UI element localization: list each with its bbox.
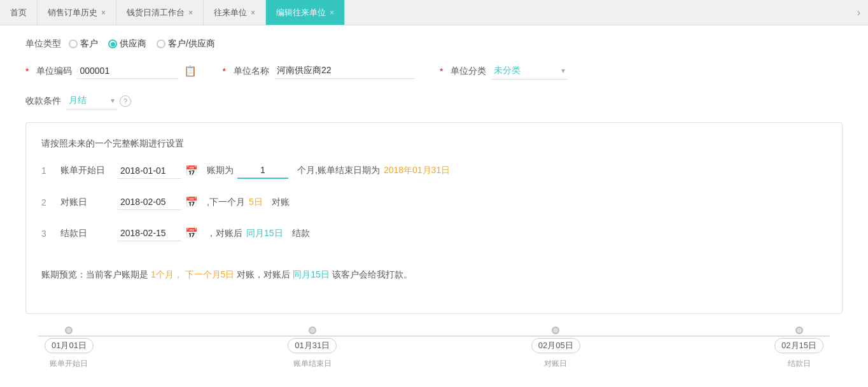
timeline-date-4: 02月15日 bbox=[774, 338, 823, 353]
preview-label: 账期预览：当前客户账期是 bbox=[41, 269, 148, 279]
radio-customer[interactable]: 客户 bbox=[69, 38, 98, 50]
row-2-value: 📅 ,下一个月 5日 对账 bbox=[118, 194, 290, 210]
row-1-num: 1 bbox=[41, 165, 60, 176]
payment-terms-value: 月结 bbox=[69, 95, 108, 106]
tab-sales-close[interactable]: × bbox=[101, 8, 106, 17]
row-3-value: 📅 ，对账后 同月15日 结款 bbox=[118, 225, 310, 241]
unit-code-input[interactable] bbox=[77, 63, 179, 79]
radio-supplier-circle bbox=[108, 39, 117, 48]
row-1-desc-suffix: 个月,账单结束日期为 bbox=[297, 165, 380, 176]
unit-code-label: 单位编码 bbox=[36, 66, 72, 77]
row-1-date-input[interactable] bbox=[118, 163, 181, 179]
tab-cash-label: 钱货日清工作台 bbox=[127, 7, 185, 18]
unit-cat-value: 未分类 bbox=[494, 65, 559, 76]
unit-category-group: * 单位分类 未分类 ▾ bbox=[440, 62, 568, 80]
unit-code-icon[interactable]: 📋 bbox=[184, 65, 197, 77]
unit-type-row: 单位类型 客户 供应商 客户/供应商 bbox=[25, 38, 843, 50]
radio-customer-label: 客户 bbox=[80, 38, 98, 50]
timeline-nodes: 01月01日 账单开始日 01月31日 账单结束日 02月05日 对账日 02月… bbox=[45, 327, 823, 369]
row-2-desc-suffix: 对账 bbox=[272, 197, 290, 208]
radio-supplier-label: 供应商 bbox=[120, 38, 146, 50]
tab-edit-close[interactable]: × bbox=[330, 8, 334, 17]
timeline-node-3: 02月05日 对账日 bbox=[531, 327, 580, 369]
row-1-cal-icon[interactable]: 📅 bbox=[185, 165, 198, 177]
row-2-date-input[interactable] bbox=[118, 194, 181, 210]
timeline-sublabel-4: 结款日 bbox=[788, 358, 811, 369]
preview-text: 账期预览：当前客户账期是 1个月， 下一个月5日 对账，对账后 同月15日 该客… bbox=[41, 267, 827, 283]
unit-name-star: * bbox=[222, 66, 225, 76]
timeline-wrapper: 01月01日 账单开始日 01月31日 账单结束日 02月05日 对账日 02月… bbox=[25, 327, 843, 387]
preview-part2: 下一个月5日 bbox=[185, 269, 235, 279]
radio-customer-circle bbox=[69, 39, 78, 48]
radio-supplier[interactable]: 供应商 bbox=[108, 38, 146, 50]
unit-cat-star: * bbox=[440, 66, 443, 76]
row-3-highlight: 同月15日 bbox=[246, 228, 283, 239]
tab-edit-partner[interactable]: 编辑往来单位 × bbox=[266, 0, 345, 25]
tab-partner-label: 往来单位 bbox=[214, 7, 247, 18]
row-3-key: 结款日 bbox=[60, 228, 118, 239]
timeline-sublabel-2: 账单结束日 bbox=[293, 358, 332, 369]
tab-sales-label: 销售订单历史 bbox=[48, 7, 97, 18]
tab-cash-daily[interactable]: 钱货日清工作台 × bbox=[116, 0, 204, 25]
payment-terms-arrow: ▾ bbox=[111, 96, 115, 105]
row-3-date-input[interactable] bbox=[118, 225, 181, 241]
timeline-date-1: 01月01日 bbox=[45, 338, 94, 353]
tab-sales-order-history[interactable]: 销售订单历史 × bbox=[38, 0, 116, 25]
payment-terms-label: 收款条件 bbox=[25, 95, 61, 107]
data-row-1: 1 账单开始日 📅 账期为 个月,账单结束日期为 2018年01月31日 bbox=[41, 162, 827, 179]
preview-end: 该客户会给我打款。 bbox=[332, 269, 412, 279]
timeline-dot-3 bbox=[552, 327, 559, 334]
preview-part3: 同月15日 bbox=[293, 269, 330, 279]
row-2-desc-prefix: ,下一个月 bbox=[207, 197, 245, 208]
unit-cat-arrow: ▾ bbox=[561, 66, 565, 75]
timeline-sublabel-3: 对账日 bbox=[544, 358, 567, 369]
tab-cash-close[interactable]: × bbox=[188, 8, 193, 17]
payment-terms-dropdown[interactable]: 月结 ▾ bbox=[66, 92, 117, 109]
payment-help-icon[interactable]: ? bbox=[120, 95, 131, 107]
timeline-dot-2 bbox=[309, 327, 316, 334]
row-3-desc-prefix: ，对账后 bbox=[207, 228, 242, 239]
unit-cat-dropdown[interactable]: 未分类 ▾ bbox=[491, 62, 568, 80]
unit-name-label: 单位名称 bbox=[234, 66, 269, 77]
unit-name-group: * 单位名称 bbox=[222, 63, 414, 79]
radio-both[interactable]: 客户/供应商 bbox=[157, 38, 215, 50]
tab-home[interactable]: 首页 bbox=[0, 0, 38, 25]
timeline-sublabel-1: 账单开始日 bbox=[50, 358, 88, 369]
tab-home-label: 首页 bbox=[10, 7, 27, 18]
section-box: 请按照未来的一个完整帐期进行设置 1 账单开始日 📅 账期为 个月,账单结束日期… bbox=[25, 122, 843, 314]
timeline-node-4: 02月15日 结款日 bbox=[774, 327, 823, 369]
tab-bar: 首页 销售订单历史 × 钱货日清工作台 × 往来单位 × 编辑往来单位 × › bbox=[0, 0, 868, 25]
tab-partner-close[interactable]: × bbox=[251, 8, 255, 17]
radio-both-label: 客户/供应商 bbox=[168, 38, 215, 50]
preview-part1: 1个月， bbox=[151, 269, 183, 279]
row-1-desc-prefix: 账期为 bbox=[207, 165, 234, 176]
timeline-date-2: 01月31日 bbox=[288, 338, 337, 353]
timeline-dot-1 bbox=[65, 327, 73, 334]
row-2-cal-icon[interactable]: 📅 bbox=[185, 196, 198, 208]
unit-info-row: * 单位编码 📋 * 单位名称 * 单位分类 未分类 ▾ bbox=[25, 62, 843, 80]
row-3-cal-icon[interactable]: 📅 bbox=[185, 227, 198, 239]
data-row-3: 3 结款日 📅 ，对账后 同月15日 结款 bbox=[41, 225, 827, 241]
payment-terms-row: 收款条件 月结 ▾ ? bbox=[25, 92, 843, 109]
row-1-value: 📅 账期为 个月,账单结束日期为 2018年01月31日 bbox=[118, 162, 450, 179]
unit-name-input[interactable] bbox=[274, 63, 414, 79]
unit-code-group: * 单位编码 📋 bbox=[25, 63, 197, 79]
row-1-key: 账单开始日 bbox=[60, 165, 118, 176]
row-3-desc-suffix: 结款 bbox=[292, 228, 310, 239]
row-2-num: 2 bbox=[41, 197, 60, 208]
timeline-node-2: 01月31日 账单结束日 bbox=[288, 327, 337, 369]
row-2-key: 对账日 bbox=[60, 197, 118, 208]
tab-partner-unit[interactable]: 往来单位 × bbox=[204, 0, 266, 25]
row-3-num: 3 bbox=[41, 229, 60, 239]
unit-cat-label: 单位分类 bbox=[451, 66, 486, 77]
preview-mid: 对账，对账后 bbox=[237, 269, 290, 279]
tab-scroll-arrow[interactable]: › bbox=[850, 7, 868, 18]
data-row-2: 2 对账日 📅 ,下一个月 5日 对账 bbox=[41, 194, 827, 210]
unit-type-radio-group: 客户 供应商 客户/供应商 bbox=[69, 38, 215, 50]
unit-type-label: 单位类型 bbox=[25, 38, 64, 50]
period-input[interactable] bbox=[237, 162, 288, 179]
main-content: 单位类型 客户 供应商 客户/供应商 * 单位编码 📋 * 单位名称 bbox=[0, 25, 868, 387]
row-1-end-date: 2018年01月31日 bbox=[384, 165, 450, 176]
tab-edit-label: 编辑往来单位 bbox=[276, 7, 326, 18]
timeline-dot-4 bbox=[795, 327, 803, 334]
